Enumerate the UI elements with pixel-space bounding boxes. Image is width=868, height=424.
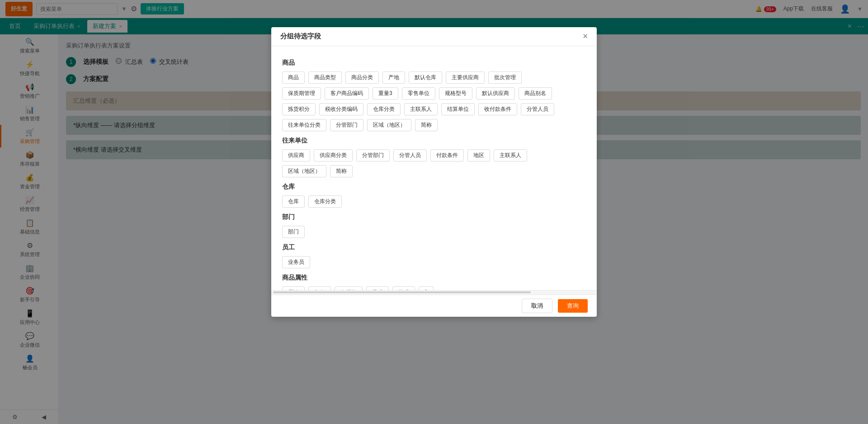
field-tag-goods-9[interactable]: 重量3 [373,87,398,100]
section-title-goods: 商品 [282,59,586,67]
field-tag-cp-5[interactable]: 地区 [467,149,490,162]
field-tag-goods-20[interactable]: 分管人员 [521,103,554,115]
field-tag-cp-3[interactable]: 分管人员 [393,149,427,162]
modal-header: 分组待选字段 × [271,27,597,46]
field-select-modal: 分组待选字段 × 商品 商品 商品类型 商品分类 产地 默认仓库 主要供应商 批… [271,27,597,317]
field-tag-goods-14[interactable]: 拣货积分 [282,103,316,115]
field-tag-cp-4[interactable]: 付款条件 [430,149,464,162]
field-tag-goods-1[interactable]: 商品类型 [308,71,342,84]
field-tag-goods-21[interactable]: 往来单位分类 [282,119,326,131]
field-tag-attr-4[interactable]: 鞋码 [392,286,415,290]
modal-title: 分组待选字段 [280,32,321,41]
modal-body[interactable]: 商品 商品 商品类型 商品分类 产地 默认仓库 主要供应商 批次管理 保质期管理… [271,46,597,290]
field-tag-goods-19[interactable]: 收付款条件 [478,103,517,115]
field-tag-cp-8[interactable]: 简称 [330,165,353,177]
section-title-employee: 员工 [282,243,586,252]
field-tag-goods-13[interactable]: 商品别名 [519,87,552,100]
field-tag-goods-22[interactable]: 分管部门 [330,119,363,131]
section-title-counterpart: 往来单位 [282,137,586,145]
field-tag-cp-6[interactable]: 主联系人 [494,149,527,162]
field-tags-goods: 商品 商品类型 商品分类 产地 默认仓库 主要供应商 批次管理 [282,71,586,84]
modal-overlay: 分组待选字段 × 商品 商品 商品类型 商品分类 产地 默认仓库 主要供应商 批… [0,0,868,424]
confirm-button[interactable]: 查询 [558,299,588,313]
field-tag-cp-2[interactable]: 分管部门 [356,149,390,162]
field-tags-goods-4: 往来单位分类 分管部门 区域（地区） 简称 [282,119,586,131]
field-tag-goods-16[interactable]: 仓库分类 [367,103,401,115]
field-tag-attr-2[interactable]: 多规格 [335,286,363,290]
field-tag-goods-12[interactable]: 默认供应商 [476,87,515,100]
field-tags-employee: 业务员 [282,256,586,268]
cancel-button[interactable]: 取消 [522,299,552,313]
field-tags-goods-2: 保质期管理 客户商品编码 重量3 零售单位 规格型号 默认供应商 商品别名 [282,87,586,100]
field-tags-warehouse: 仓库 仓库分类 [282,195,586,208]
section-title-warehouse: 仓库 [282,183,586,191]
field-tag-dept-0[interactable]: 部门 [282,226,305,238]
field-tag-cp-0[interactable]: 供应商 [282,149,310,162]
field-tag-wh-1[interactable]: 仓库分类 [308,195,342,208]
field-tag-cp-7[interactable]: 区域（地区） [282,165,326,177]
field-tag-attr-0[interactable]: 属性 [282,286,305,290]
field-tag-emp-0[interactable]: 业务员 [282,256,310,268]
field-tag-cp-1[interactable]: 供应商分类 [314,149,353,162]
field-tag-goods-7[interactable]: 保质期管理 [282,87,321,100]
field-tag-goods-18[interactable]: 结算单位 [441,103,475,115]
field-tag-wh-0[interactable]: 仓库 [282,195,305,208]
field-tag-goods-17[interactable]: 主联系人 [404,103,438,115]
field-tag-attr-5[interactable]: 1 [419,286,434,290]
field-tag-goods-0[interactable]: 商品 [282,71,305,84]
field-tags-department: 部门 [282,226,586,238]
field-tag-goods-11[interactable]: 规格型号 [439,87,472,100]
field-tag-goods-6[interactable]: 批次管理 [488,71,522,84]
field-tag-goods-2[interactable]: 商品分类 [345,71,379,84]
field-tag-goods-5[interactable]: 主要供应商 [446,71,485,84]
field-tag-goods-24[interactable]: 简称 [415,119,438,131]
field-tags-counterpart: 供应商 供应商分类 分管部门 分管人员 付款条件 地区 主联系人 [282,149,586,162]
field-tags-counterpart-2: 区域（地区） 简称 [282,165,586,177]
field-tags-product-attr: 属性 颜色 多规格 尺码 鞋码 1 [282,286,586,290]
section-title-department: 部门 [282,213,586,221]
field-tag-goods-23[interactable]: 区域（地区） [367,119,411,131]
field-tag-goods-8[interactable]: 客户商品编码 [325,87,369,100]
section-title-product-attr: 商品属性 [282,274,586,282]
field-tags-goods-3: 拣货积分 税收分类编码 仓库分类 主联系人 结算单位 收付款条件 分管人员 [282,103,586,115]
field-tag-goods-3[interactable]: 产地 [382,71,405,84]
modal-close-btn[interactable]: × [583,32,588,41]
field-tag-attr-3[interactable]: 尺码 [366,286,389,290]
field-tag-goods-15[interactable]: 税收分类编码 [319,103,363,115]
modal-footer: 取消 查询 [271,295,597,317]
field-tag-goods-10[interactable]: 零售单位 [402,87,435,100]
modal-hscroll[interactable] [271,290,597,295]
field-tag-attr-1[interactable]: 颜色 [308,286,331,290]
field-tag-goods-4[interactable]: 默认仓库 [409,71,442,84]
